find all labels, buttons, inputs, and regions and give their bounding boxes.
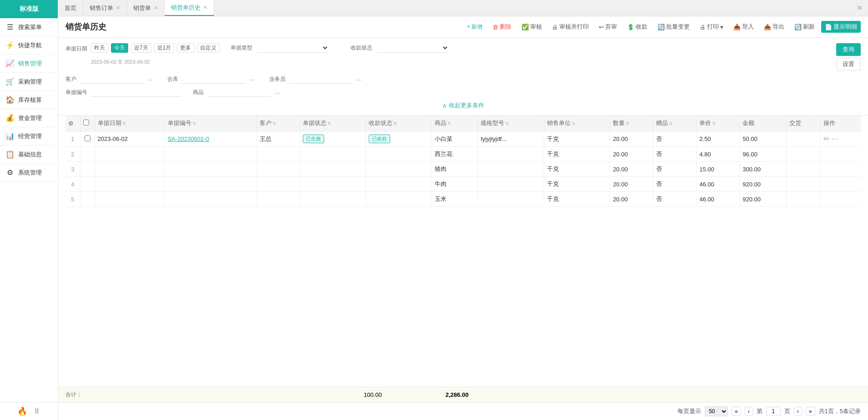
col-price[interactable]: 单价⇅ [697, 115, 740, 131]
last-page-btn[interactable]: » [806, 407, 815, 416]
settings-button[interactable]: 设置 [836, 58, 861, 70]
row-checkbox-cell[interactable] [80, 177, 95, 192]
col-pay-status[interactable]: 收款状态⇅ [366, 115, 431, 131]
row-transaction-cell [786, 147, 821, 162]
sidebar-item-finance[interactable]: 💰 资金管理 [0, 109, 58, 127]
sidebar-logo: 标准版 [0, 0, 58, 18]
pay-status-select[interactable] [376, 43, 449, 53]
sidebar-item-label: 采购管理 [18, 78, 42, 86]
row-checkbox-cell[interactable] [80, 162, 95, 177]
print-icon: 🖨 [700, 24, 706, 30]
col-date[interactable]: 单据日期⇅ [95, 115, 165, 131]
query-button[interactable]: 查询 [836, 43, 861, 56]
tab-sales-history[interactable]: 销货单历史 ✕ [165, 0, 214, 16]
delete-button[interactable]: 🗑 删除 [489, 21, 515, 33]
tab-sales-goods-close[interactable]: ✕ [154, 5, 158, 11]
sidebar-item-base-info[interactable]: 📋 基础信息 [0, 145, 58, 164]
collect-button[interactable]: 💲 收款 [623, 21, 651, 33]
sidebar-item-search-menu[interactable]: ☰ 搜索菜单 [0, 18, 58, 36]
row-qty-cell: 20.00 [610, 131, 653, 147]
more-icon[interactable]: ⋯ [831, 135, 838, 143]
col-spec[interactable]: 规格型号⇅ [478, 115, 544, 131]
export-button[interactable]: 📤 导出 [760, 21, 788, 33]
row-paystatus-cell: 已收款 [366, 131, 431, 147]
row-checkbox-cell[interactable] [80, 192, 95, 207]
per-page-select[interactable]: 50 100 [705, 406, 728, 416]
salesperson-input[interactable] [289, 75, 353, 84]
doc-no-link[interactable]: SA-20230602-0 [168, 135, 209, 142]
row-docno-cell[interactable] [165, 147, 256, 162]
refresh-button[interactable]: 🔃 刷新 [791, 21, 818, 33]
select-all-checkbox[interactable] [83, 120, 89, 125]
sidebar-pause-icon[interactable]: ⏸ [33, 406, 41, 416]
row-docno-cell[interactable] [165, 177, 256, 192]
col-settings[interactable]: ⚙ [65, 115, 80, 131]
date-7days-btn[interactable]: 近7天 [131, 43, 151, 53]
warehouse-ellipsis[interactable]: ··· [249, 76, 255, 83]
per-page-label: 每页显示 [677, 407, 701, 415]
sidebar-item-quick-nav[interactable]: ⚡ 快捷导航 [0, 36, 58, 55]
row-docno-cell[interactable]: SA-20230602-0 [165, 131, 256, 147]
date-today-btn[interactable]: 今天 [111, 43, 128, 53]
col-unit[interactable]: 销售单位⇅ [544, 115, 610, 131]
goods-ellipsis[interactable]: ··· [275, 89, 280, 96]
row-docno-cell[interactable] [165, 192, 256, 207]
row-checkbox-cell[interactable] [80, 131, 95, 147]
tab-bar-close-all[interactable]: ✕ [851, 4, 868, 12]
delete-icon: 🗑 [492, 24, 498, 30]
total-values: 100.00 2,286.00 [91, 391, 468, 398]
doc-type-select[interactable] [256, 43, 329, 53]
tab-sales-history-close[interactable]: ✕ [203, 5, 207, 10]
col-doc-status[interactable]: 单据状态⇅ [300, 115, 366, 131]
customer-ellipsis[interactable]: ··· [147, 76, 153, 83]
batch-change-button[interactable]: 🔄 批量变更 [654, 21, 693, 33]
sidebar-item-sys-mgmt[interactable]: ⚙ 系统管理 [0, 164, 58, 182]
col-doc-no[interactable]: 单据编号⇅ [165, 115, 256, 131]
date-yesterday-btn[interactable]: 昨天 [91, 43, 108, 53]
first-page-btn[interactable]: « [732, 407, 741, 416]
page-number-input[interactable] [766, 407, 781, 416]
row-checkbox[interactable] [85, 135, 90, 141]
tab-sales-goods[interactable]: 销货单 ✕ [127, 0, 165, 16]
warehouse-input[interactable] [182, 75, 246, 84]
prev-page-btn[interactable]: ‹ [745, 407, 753, 416]
col-checkbox[interactable] [80, 115, 95, 131]
row-checkbox-cell[interactable] [80, 147, 95, 162]
col-qty[interactable]: 数量⇅ [610, 115, 653, 131]
toolbar: + 新增 🗑 删除 ✅ 审核 🖨 审核并打印 ↩ 弃审 [463, 21, 861, 33]
tab-sales-order-close[interactable]: ✕ [116, 5, 120, 11]
print-button[interactable]: 🖨 打印 ▾ [696, 21, 727, 33]
salesperson-ellipsis[interactable]: ··· [356, 76, 362, 83]
sidebar-fire-icon[interactable]: 🔥 [17, 406, 27, 416]
row-unit-cell: 千克 [544, 177, 610, 192]
purchase-mgmt-icon: 🛒 [5, 77, 15, 86]
customer-input[interactable] [80, 75, 144, 84]
row-docno-cell[interactable] [165, 162, 256, 177]
date-1month-btn[interactable]: 近1月 [154, 43, 175, 53]
sidebar-item-sales-mgmt[interactable]: 📈 销售管理 [0, 55, 58, 73]
sidebar-item-purchase-mgmt[interactable]: 🛒 采购管理 [0, 73, 58, 91]
edit-icon[interactable]: ✏ [823, 135, 829, 143]
col-goods[interactable]: 商品⇅ [432, 115, 478, 131]
display-button[interactable]: 📄 显示明细 [821, 21, 861, 33]
refresh-icon: 🔃 [794, 24, 802, 30]
collapse-button[interactable]: ∧ 收起更多条件 [65, 101, 861, 110]
audit-print-button[interactable]: 🖨 审核并打印 [548, 21, 592, 33]
page-header: 销货单历史 + 新增 🗑 删除 ✅ 审核 🖨 审核并打印 ↩ 弃审 [58, 16, 868, 38]
tab-home[interactable]: 首页 [58, 0, 83, 16]
next-page-btn[interactable]: › [794, 407, 802, 416]
new-button[interactable]: + 新增 [463, 21, 486, 33]
doc-no-input[interactable] [91, 88, 182, 97]
date-more-btn[interactable]: 更多 [177, 43, 194, 53]
abandon-button[interactable]: ↩ 弃审 [595, 21, 621, 33]
row-date-cell: 2023-06-02 [95, 131, 165, 147]
sidebar-item-inventory[interactable]: 🏠 库存核算 [0, 91, 58, 109]
col-customer[interactable]: 客户⇅ [256, 115, 300, 131]
import-button[interactable]: 📥 导入 [730, 21, 758, 33]
audit-button[interactable]: ✅ 审核 [518, 21, 546, 33]
goods-input[interactable] [207, 88, 271, 97]
col-gift[interactable]: 赠品⇅ [653, 115, 697, 131]
date-custom-btn[interactable]: 自定义 [197, 43, 220, 53]
tab-sales-order[interactable]: 销售订单 ✕ [83, 0, 127, 16]
sidebar-item-operation[interactable]: 📊 经营管理 [0, 127, 58, 145]
